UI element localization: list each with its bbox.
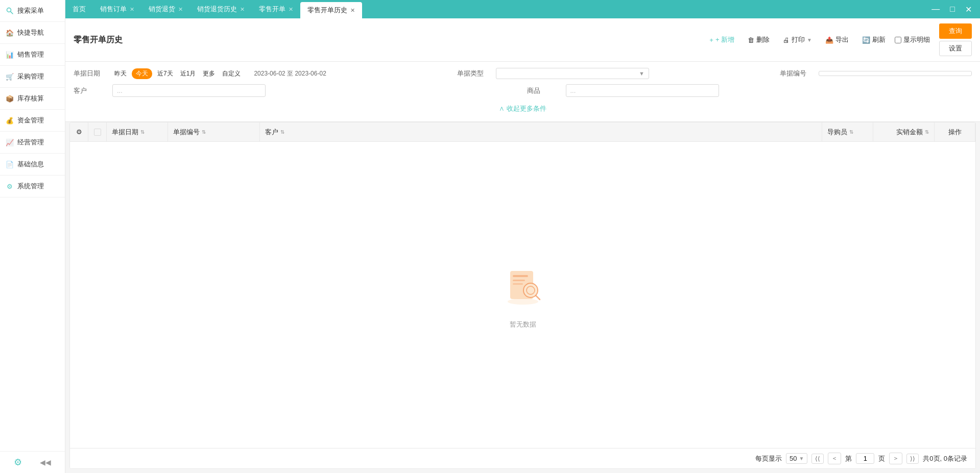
settings-footer-icon[interactable]: ⚙ — [14, 457, 22, 468]
shortcut-custom[interactable]: 自定义 — [220, 68, 243, 79]
svg-rect-4 — [513, 275, 528, 277]
sidebar-item-system-mgmt[interactable]: ⚙ 系统管理 — [0, 176, 65, 197]
export-icon: 📤 — [825, 36, 833, 44]
maximize-button[interactable]: □ — [947, 4, 958, 15]
th-guide[interactable]: 导购员 ⇅ — [822, 122, 873, 141]
filter-row-2: 客户 ... 商品 ... — [74, 84, 972, 97]
query-button[interactable]: 查询 — [939, 23, 972, 39]
export-button[interactable]: 📤 导出 — [821, 33, 853, 46]
tab-bar: 首页 销售订单 ✕ 销货退货 ✕ 销货退货历史 ✕ 零售开单 ✕ 零售开单历史 … — [65, 0, 980, 18]
display-cols-toggle[interactable]: 显示明细 — [895, 35, 930, 44]
order-type-label: 单据类型 — [457, 69, 488, 78]
tab-sales-return-close[interactable]: ✕ — [178, 6, 183, 13]
page-last-btn[interactable]: ⟩⟩ — [906, 454, 919, 464]
collapse-sidebar-btn[interactable]: ◀◀ — [40, 458, 51, 466]
tab-sales-order-close[interactable]: ✕ — [130, 6, 134, 13]
tab-sales-return[interactable]: 销货退货 ✕ — [141, 0, 190, 18]
sidebar-item-operation-mgmt[interactable]: 📈 经营管理 — [0, 132, 65, 154]
filter-row-1: 单据日期 昨天 今天 近7天 近1月 更多 自定义 2023-06-02 至 2… — [74, 68, 972, 79]
empty-illustration — [497, 261, 548, 312]
close-button[interactable]: ✕ — [962, 4, 975, 15]
sidebar-search-label: 搜索采单 — [17, 6, 44, 15]
page-size-value: 50 — [790, 455, 797, 462]
refresh-icon: 🔄 — [862, 36, 870, 44]
new-button[interactable]: + + 新增 — [705, 33, 738, 46]
sidebar-item-inventory-mgmt[interactable]: 📦 库存核算 — [0, 88, 65, 110]
print-icon: 🖨 — [783, 36, 790, 44]
shortcut-last7[interactable]: 近7天 — [155, 68, 175, 79]
sidebar-item-label: 销售管理 — [17, 50, 44, 59]
page-header: 零售开单历史 + + 新增 🗑 删除 🖨 打印 ▼ 📤 导出 🔄 刷新 — [65, 18, 980, 62]
page-size-select[interactable]: 50 ▼ — [786, 453, 807, 464]
select-all-checkbox[interactable] — [94, 129, 101, 136]
tab-sales-return-history-close[interactable]: ✕ — [240, 6, 245, 13]
sidebar-item-basic-info[interactable]: 📄 基础信息 — [0, 154, 65, 176]
sidebar-item-label: 基础信息 — [17, 160, 44, 169]
empty-state: 暂无数据 — [70, 142, 975, 448]
th-amount[interactable]: 实销金额 ⇅ — [873, 122, 935, 141]
order-no-input[interactable] — [819, 71, 972, 76]
tab-retail-open[interactable]: 零售开单 ✕ — [252, 0, 300, 18]
product-label: 商品 — [527, 86, 558, 95]
toolbar: + + 新增 🗑 删除 🖨 打印 ▼ 📤 导出 🔄 刷新 — [705, 23, 972, 56]
shortcut-today[interactable]: 今天 — [132, 68, 152, 79]
empty-text: 暂无数据 — [510, 320, 536, 329]
page-prev-btn[interactable]: ＜ — [828, 453, 841, 464]
page-next-btn[interactable]: ＞ — [889, 453, 902, 464]
shortcut-more[interactable]: 更多 — [201, 68, 217, 79]
sidebar-item-purchase-mgmt[interactable]: 🛒 采购管理 — [0, 66, 65, 88]
bar-icon: 📈 — [5, 138, 14, 147]
window-controls: — □ ✕ — [928, 4, 980, 15]
sidebar-search[interactable]: 搜索采单 — [0, 0, 65, 22]
shortcut-yesterday[interactable]: 昨天 — [112, 68, 129, 79]
product-input[interactable]: ... — [566, 84, 719, 97]
sidebar-item-label: 采购管理 — [17, 72, 44, 81]
print-button[interactable]: 🖨 打印 ▼ — [779, 33, 816, 46]
display-cols-checkbox[interactable] — [895, 37, 901, 43]
svg-line-1 — [11, 12, 13, 14]
settings-button[interactable]: 设置 — [939, 41, 972, 56]
collapse-filter-btn[interactable]: ∧ 收起更多条件 — [74, 102, 972, 115]
sort-guide-icon: ⇅ — [849, 129, 853, 135]
total-label: 共0页, 0条记录 — [923, 454, 967, 463]
tab-sales-return-history-label: 销货退货历史 — [197, 5, 237, 14]
th-settings[interactable]: ⚙ — [70, 122, 88, 141]
customer-input[interactable]: ... — [112, 84, 266, 97]
sidebar-item-label: 经营管理 — [17, 138, 44, 147]
refresh-button[interactable]: 🔄 刷新 — [858, 33, 890, 46]
sidebar-item-quick-nav[interactable]: 🏠 快捷导航 — [0, 22, 65, 44]
new-icon: + — [709, 36, 713, 44]
th-checkbox[interactable] — [88, 122, 107, 141]
sort-date-icon: ⇅ — [140, 129, 145, 135]
date-range-display: 2023-06-02 至 2023-06-02 — [254, 69, 326, 78]
th-date[interactable]: 单据日期 ⇅ — [107, 122, 168, 141]
sidebar-item-label: 资金管理 — [17, 116, 44, 125]
print-dropdown-icon: ▼ — [807, 37, 812, 43]
page-number-input[interactable] — [856, 453, 874, 464]
order-type-select[interactable]: ▼ — [496, 68, 649, 79]
tab-retail-open-history-label: 零售开单历史 — [307, 6, 347, 15]
pagination: 每页显示 50 ▼ ⟨⟨ ＜ 第 页 ＞ ⟩⟩ 共0页, 0条记录 — [70, 448, 975, 468]
tab-sales-return-history[interactable]: 销货退货历史 ✕ — [190, 0, 252, 18]
sidebar-footer: ⚙ ◀◀ — [0, 451, 65, 473]
tab-retail-open-label: 零售开单 — [259, 5, 285, 14]
sort-customer-icon: ⇅ — [280, 129, 284, 135]
page-first-btn[interactable]: ⟨⟨ — [811, 454, 824, 464]
delete-button[interactable]: 🗑 删除 — [744, 33, 774, 46]
svg-rect-6 — [513, 283, 523, 285]
date-label: 单据日期 — [74, 69, 104, 78]
wallet-icon: 💰 — [5, 116, 14, 125]
shortcut-last-month[interactable]: 近1月 — [178, 68, 198, 79]
sidebar-item-sales-mgmt[interactable]: 📊 销售管理 — [0, 44, 65, 66]
tab-sales-order[interactable]: 销售订单 ✕ — [93, 0, 141, 18]
sidebar-item-finance-mgmt[interactable]: 💰 资金管理 — [0, 110, 65, 132]
table-header: ⚙ 单据日期 ⇅ 单据编号 ⇅ 客户 ⇅ 导购员 ⇅ 实销金额 ⇅ — [70, 122, 975, 142]
th-order-no[interactable]: 单据编号 ⇅ — [168, 122, 260, 141]
tab-retail-open-history-close[interactable]: ✕ — [350, 7, 355, 14]
tab-retail-open-close[interactable]: ✕ — [289, 6, 293, 13]
tab-retail-open-history[interactable]: 零售开单历史 ✕ — [300, 2, 362, 18]
th-customer[interactable]: 客户 ⇅ — [260, 122, 822, 141]
tab-home[interactable]: 首页 — [65, 0, 93, 18]
filter-area: 单据日期 昨天 今天 近7天 近1月 更多 自定义 2023-06-02 至 2… — [65, 62, 980, 122]
minimize-button[interactable]: — — [928, 4, 943, 15]
